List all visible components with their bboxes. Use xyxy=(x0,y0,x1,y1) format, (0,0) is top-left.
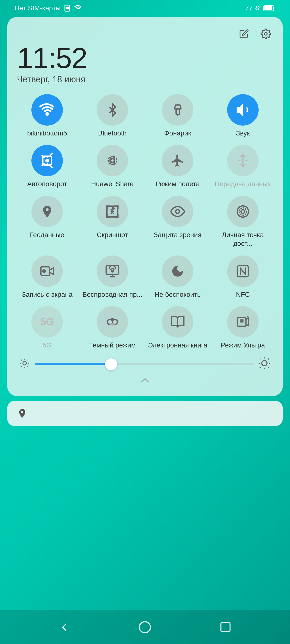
toggle-geodata[interactable]: Геоданные xyxy=(17,196,77,248)
toggle-label-flashlight: Фонарик xyxy=(164,129,191,138)
svg-point-37 xyxy=(112,270,113,272)
toggle-screenshot[interactable]: Скриншот xyxy=(82,196,143,248)
edit-button[interactable] xyxy=(237,26,251,41)
toggle-eyecare[interactable]: Защита зрения xyxy=(147,196,208,248)
location-icon xyxy=(17,408,28,419)
toggle-label-airplane: Режим полета xyxy=(155,180,200,188)
svg-line-52 xyxy=(28,360,28,360)
toggle-circle-airplane xyxy=(162,145,193,176)
svg-point-2 xyxy=(78,10,79,10)
toggle-circle-hotspot xyxy=(227,196,258,227)
svg-rect-1 xyxy=(66,7,69,10)
card-top-bar xyxy=(17,26,273,41)
svg-line-51 xyxy=(21,366,22,367)
svg-point-6 xyxy=(46,113,48,115)
brightness-fill xyxy=(35,364,111,365)
toggle-label-dnd: Не беспокоить xyxy=(155,290,201,299)
toggle-screenrecord[interactable]: Запись с экрана xyxy=(17,256,77,299)
toggle-label-bluetooth: Bluetooth xyxy=(98,129,127,138)
toggle-label-huaweishare: Huawei Share xyxy=(91,180,134,188)
bottom-bar[interactable] xyxy=(7,401,283,426)
svg-point-62 xyxy=(139,622,151,633)
toggle-circle-screenrecord xyxy=(32,256,63,287)
toggle-nfc[interactable]: NFC xyxy=(213,256,273,299)
wifi-status-icon xyxy=(74,4,82,12)
toggle-circle-5g: 5G xyxy=(32,306,63,338)
toggle-label-nfc: NFC xyxy=(236,290,250,299)
settings-button[interactable] xyxy=(258,26,273,41)
toggle-wirelessproj[interactable]: Беспроводная пр... xyxy=(82,256,143,299)
recent-button[interactable] xyxy=(216,618,235,637)
toggle-5g[interactable]: 5G 5G xyxy=(17,306,77,350)
toggle-label-wirelessproj: Беспроводная пр... xyxy=(82,290,142,299)
svg-point-13 xyxy=(111,159,114,162)
svg-point-5 xyxy=(265,32,267,35)
toggle-circle-nfc xyxy=(227,256,258,287)
toggle-ultramode[interactable]: Режим Ультра xyxy=(213,306,273,350)
brightness-thumb[interactable] xyxy=(105,358,117,370)
toggle-circle-geodata xyxy=(32,196,63,227)
clock-section: 11:52 Четверг, 18 июня xyxy=(17,44,273,84)
time-display: 11:52 xyxy=(17,44,273,72)
svg-point-25 xyxy=(176,210,180,214)
toggle-label-hotspot: Личная точка дост... xyxy=(213,230,273,248)
svg-line-50 xyxy=(28,366,28,367)
main-card: 11:52 Четверг, 18 июня bikinibottom5 xyxy=(7,17,283,396)
svg-point-27 xyxy=(239,208,247,215)
toggle-hotspot[interactable]: Личная точка дост... xyxy=(213,196,273,248)
status-bar: Нет SIM-карты 77 % xyxy=(0,0,290,14)
toggle-flashlight[interactable]: Фонарик xyxy=(147,94,208,138)
toggle-circle-screenshot xyxy=(97,196,128,227)
toggle-circle-datatransfer xyxy=(227,145,258,176)
toggle-label-eyecare: Защита зрения xyxy=(154,230,201,239)
home-button[interactable] xyxy=(135,618,155,637)
toggle-bluetooth[interactable]: Bluetooth xyxy=(82,94,143,138)
toggle-ebook[interactable]: Электронная книга xyxy=(147,306,208,350)
toggle-label-sound: Звук xyxy=(236,129,250,138)
svg-line-59 xyxy=(268,367,269,368)
toggle-circle-huaweishare xyxy=(97,145,128,176)
svg-rect-4 xyxy=(264,6,272,10)
brightness-min-icon xyxy=(19,358,30,371)
status-right: 77 % xyxy=(245,4,275,12)
toggle-datatransfer[interactable]: Передача данных xyxy=(213,145,273,188)
toggle-circle-sound xyxy=(227,94,258,126)
toggle-circle-ebook xyxy=(162,306,193,338)
toggle-circle-autorotate xyxy=(32,145,63,176)
toggle-airplane[interactable]: Режим полета xyxy=(147,145,208,188)
toggle-circle-flashlight xyxy=(162,94,193,126)
brightness-slider[interactable] xyxy=(35,364,253,365)
svg-point-33 xyxy=(43,270,45,272)
battery-label: 77 % xyxy=(245,4,260,12)
sim-icon xyxy=(64,4,71,12)
toggles-grid: bikinibottom5 Bluetooth Фонарик xyxy=(17,94,273,350)
toggle-circle-ultramode xyxy=(227,306,258,338)
svg-line-49 xyxy=(21,360,22,360)
back-button[interactable] xyxy=(55,618,74,637)
toggle-dnd[interactable]: Не беспокоить xyxy=(147,256,208,299)
svg-point-53 xyxy=(262,361,267,366)
toggle-sound[interactable]: Звук xyxy=(213,94,273,138)
battery-icon xyxy=(263,5,275,12)
toggle-label-wifi: bikinibottom5 xyxy=(27,129,67,138)
toggle-label-5g: 5G xyxy=(43,341,52,350)
brightness-max-icon xyxy=(258,357,271,372)
toggle-circle-wifi xyxy=(32,94,63,126)
toggle-darkmode[interactable]: Темный режим xyxy=(82,306,143,350)
toggle-circle-bluetooth xyxy=(97,94,128,126)
toggle-autorotate[interactable]: Автоповорот xyxy=(17,145,77,188)
svg-line-61 xyxy=(268,358,269,359)
toggle-circle-eyecare xyxy=(162,196,193,227)
toggle-wifi[interactable]: bikinibottom5 xyxy=(17,94,77,138)
toggle-circle-dnd xyxy=(162,256,193,287)
svg-rect-7 xyxy=(176,109,179,114)
toggle-label-geodata: Геоданные xyxy=(30,230,64,239)
svg-marker-32 xyxy=(50,268,53,274)
toggle-label-autorotate: Автоповорот xyxy=(27,180,67,188)
toggle-huaweishare[interactable]: Huawei Share xyxy=(82,145,143,188)
chevron-up[interactable] xyxy=(17,377,273,384)
toggle-label-ultramode: Режим Ультра xyxy=(221,341,265,350)
toggle-label-datatransfer: Передача данных xyxy=(215,180,271,188)
no-sim-label: Нет SIM-карты xyxy=(15,4,61,12)
toggle-circle-darkmode xyxy=(97,306,128,338)
